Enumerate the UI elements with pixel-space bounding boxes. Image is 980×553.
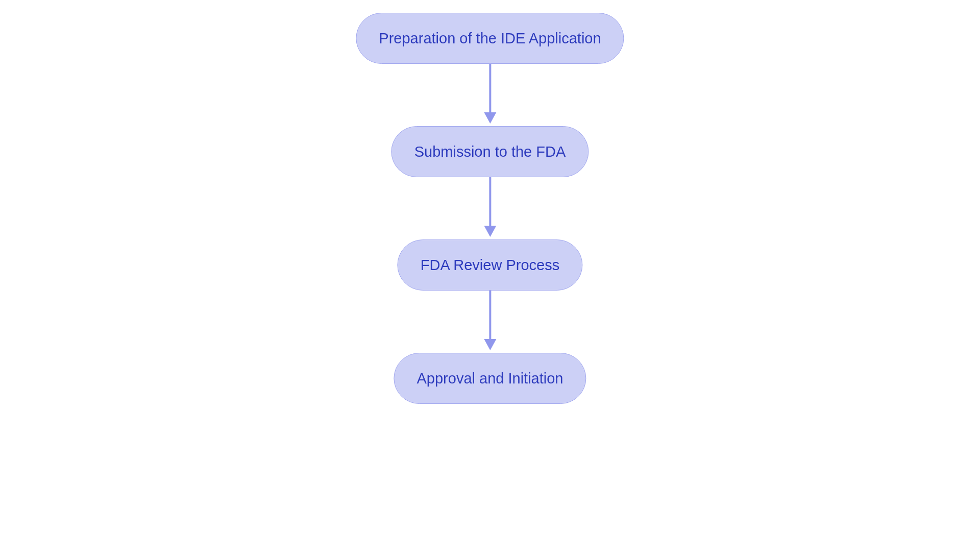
arrow-line <box>489 64 491 113</box>
arrow-head-icon <box>484 226 496 237</box>
flow-arrow <box>484 64 496 126</box>
flowchart-container: Preparation of the IDE Application Submi… <box>356 13 624 404</box>
flow-arrow <box>484 291 496 353</box>
flow-arrow <box>484 177 496 239</box>
flow-node-review: FDA Review Process <box>398 239 582 291</box>
arrow-line <box>489 177 491 226</box>
arrow-line <box>489 291 491 340</box>
arrow-head-icon <box>484 339 496 350</box>
flow-node-submission: Submission to the FDA <box>391 126 589 177</box>
flow-node-approval: Approval and Initiation <box>394 353 586 404</box>
flow-node-preparation: Preparation of the IDE Application <box>356 13 624 64</box>
arrow-head-icon <box>484 112 496 124</box>
